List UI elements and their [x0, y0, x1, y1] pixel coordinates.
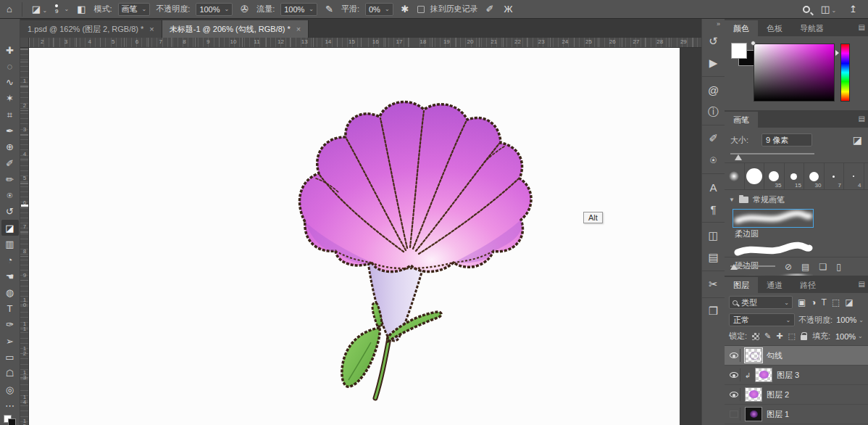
crop-tool[interactable]: ⌗: [1, 107, 19, 123]
path-select-tool[interactable]: ➢: [1, 333, 19, 349]
marquee-tool[interactable]: ◌: [1, 58, 19, 74]
brush-tool[interactable]: ✐: [1, 155, 19, 171]
filter-pixel-layers-icon[interactable]: ▣: [798, 297, 806, 308]
brush-settings-icon[interactable]: ◪: [853, 134, 862, 146]
blend-mode-select[interactable]: 正常 ⌄: [729, 313, 795, 326]
tool-presets-panel-icon[interactable]: ✂: [704, 273, 723, 295]
brush-preset-large[interactable]: [745, 163, 765, 189]
type-tool[interactable]: T: [1, 301, 19, 317]
history-panel-icon[interactable]: ↺: [704, 30, 723, 52]
share-icon[interactable]: ↥: [847, 4, 859, 14]
tab-swatches[interactable]: 色板: [758, 20, 791, 36]
properties-panel-icon[interactable]: ◫: [704, 225, 723, 247]
gradient-tool[interactable]: ▥: [1, 236, 19, 252]
sponge-tool[interactable]: ◍: [1, 284, 19, 300]
hue-slider[interactable]: [840, 44, 850, 102]
home-icon[interactable]: ⌂: [4, 4, 14, 14]
delete-brush-icon[interactable]: ▯: [836, 262, 841, 272]
version-history-panel-icon[interactable]: ❒: [704, 300, 723, 322]
gear-icon[interactable]: ✱: [399, 4, 412, 14]
hand-tool[interactable]: ☖: [1, 366, 19, 381]
stroke-preview-toggle-icon[interactable]: ⊘: [785, 262, 792, 272]
layer-thumbnail[interactable]: [745, 348, 762, 363]
pen-tool[interactable]: ✑: [1, 317, 19, 333]
lock-artboard-icon[interactable]: ⬚: [788, 331, 796, 341]
background-color-swatch[interactable]: [8, 418, 16, 425]
comments-panel-icon[interactable]: ▤: [704, 247, 723, 268]
document-tab-1[interactable]: 1.psd @ 162% (图层 2, RGB/8) * ×: [20, 20, 162, 38]
rectangle-tool[interactable]: ▭: [1, 349, 19, 365]
tab-paths[interactable]: 路径: [791, 277, 825, 293]
tab-brushes[interactable]: 画笔: [725, 112, 758, 128]
brush-size-slider[interactable]: [730, 149, 862, 161]
document-canvas[interactable]: Alt: [29, 48, 680, 425]
layer-thumbnail[interactable]: [745, 387, 762, 402]
lock-transparent-pixels-icon[interactable]: [752, 333, 759, 340]
toggle-brush-panel-icon[interactable]: ◧: [75, 4, 88, 14]
horizontal-ruler[interactable]: 2345678910111213141516171819202122232425…: [29, 38, 701, 48]
foreground-background-swatches[interactable]: [4, 415, 17, 425]
filter-adjustment-layers-icon[interactable]: ◑: [811, 297, 816, 308]
history-brush-tool[interactable]: ↺: [1, 204, 19, 220]
zoom-tool[interactable]: ◎: [1, 381, 19, 397]
erase-to-history-checkbox[interactable]: [417, 6, 425, 13]
pencil-tool[interactable]: ✏: [1, 171, 19, 187]
symmetry-butterfly-icon[interactable]: Ж: [501, 4, 514, 14]
brush-preset-4[interactable]: 4: [844, 163, 864, 189]
close-icon[interactable]: ×: [296, 25, 301, 33]
tab-layers[interactable]: 图层: [725, 277, 758, 293]
airbrush-icon[interactable]: ✎: [323, 4, 335, 14]
move-tool[interactable]: ✚: [1, 42, 19, 58]
layer-thumbnail[interactable]: [755, 368, 772, 382]
visibility-toggle[interactable]: [727, 408, 740, 421]
vertical-ruler[interactable]: 123456789101112131415: [20, 48, 29, 425]
brush-item-soft-round[interactable]: 柔边圆: [725, 208, 868, 240]
collapse-panels-icon[interactable]: »: [717, 19, 725, 30]
smudge-tool[interactable]: ☚: [1, 268, 19, 284]
smoothing-select[interactable]: 0%⌄: [365, 3, 393, 16]
info-panel-icon[interactable]: ⓘ: [704, 101, 723, 123]
opacity-select[interactable]: 100%⌄: [196, 3, 233, 16]
pressure-opacity-icon[interactable]: ✇: [238, 4, 251, 14]
slider-thumb[interactable]: [735, 154, 742, 160]
document-tab-2[interactable]: 未标题-1 @ 206% (勾线, RGB/8) * ×: [162, 20, 309, 38]
close-icon[interactable]: ×: [149, 25, 154, 33]
actions-panel-icon[interactable]: ▶: [704, 52, 723, 74]
flow-select[interactable]: 100%⌄: [280, 3, 317, 16]
layers-opacity-select[interactable]: 100% ⌄: [836, 315, 864, 324]
visibility-toggle[interactable]: [727, 368, 740, 381]
ruler-corner[interactable]: [20, 38, 29, 48]
tab-color[interactable]: 颜色: [725, 20, 758, 36]
brush-preset-15[interactable]: 15: [785, 163, 805, 189]
brush-preset-soft[interactable]: [725, 163, 745, 189]
clone-source-panel-icon[interactable]: ⍟: [704, 149, 723, 171]
layer-row-1[interactable]: 图层 1: [725, 405, 868, 424]
panel-menu-icon[interactable]: ▤: [859, 280, 865, 288]
brush-preset-picker[interactable]: 9: [55, 4, 58, 15]
foreground-color-swatch-panel[interactable]: [731, 43, 747, 59]
pressure-size-icon[interactable]: ✐: [484, 4, 496, 14]
slider-thumb[interactable]: [730, 264, 738, 270]
brush-size-input[interactable]: 9 像素: [761, 133, 812, 147]
layer-row-outline[interactable]: 勾线: [725, 346, 868, 366]
new-brush-icon[interactable]: ❏: [819, 262, 827, 272]
edit-toolbar[interactable]: ⋯: [1, 397, 19, 413]
tab-channels[interactable]: 通道: [758, 277, 791, 293]
workspace-icon[interactable]: ◫ ⌄: [819, 4, 838, 14]
lock-image-pixels-icon[interactable]: ✎: [764, 331, 771, 341]
paragraph-panel-icon[interactable]: ¶: [704, 198, 723, 220]
filter-shape-layers-icon[interactable]: ⬚: [832, 297, 840, 308]
tab-navigator[interactable]: 导航器: [791, 20, 832, 36]
clone-stamp-tool[interactable]: ⍟: [1, 188, 19, 204]
brush-folder-general[interactable]: ▼ 常规画笔: [725, 190, 868, 208]
blur-tool[interactable]: ◔: [1, 252, 19, 268]
brush-preset-7[interactable]: 7: [825, 163, 845, 189]
search-icon[interactable]: [803, 6, 810, 13]
saturation-brightness-picker[interactable]: [754, 44, 835, 102]
brush-settings-panel-icon[interactable]: ✐: [704, 128, 723, 149]
character-panel-icon[interactable]: A: [704, 176, 723, 198]
layer-row-2[interactable]: 图层 2: [725, 385, 868, 405]
layer-row-3[interactable]: ↲ 图层 3: [725, 366, 868, 385]
lock-position-icon[interactable]: ✚: [776, 331, 783, 341]
lasso-tool[interactable]: ∿: [1, 75, 19, 91]
